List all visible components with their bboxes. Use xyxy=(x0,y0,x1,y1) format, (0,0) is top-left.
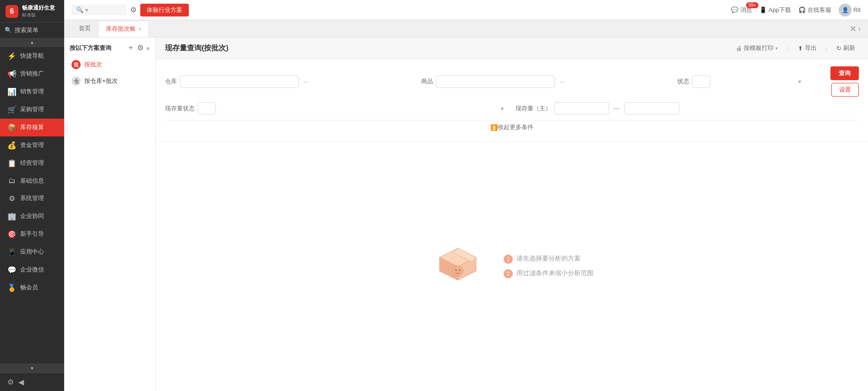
nav-icon-inventory: 📦 xyxy=(7,123,16,132)
sidebar-item-sales[interactable]: 📊 销售管理 xyxy=(0,83,64,101)
product-label: 商品 xyxy=(421,77,433,86)
message-icon: 💬 xyxy=(731,6,738,13)
refresh-button[interactable]: ↻ 刷新 xyxy=(833,42,859,54)
search-dropdown[interactable]: ▾ xyxy=(85,7,88,13)
filter-status: 状态 xyxy=(677,76,806,88)
main-area: 🔍 ▾ ⚙ 体验行业方案 💬 消息 99+ 📱 App下载 🎧 在线客服 xyxy=(64,0,868,391)
message-badge: 99+ xyxy=(746,2,758,8)
status-label: 状态 xyxy=(677,77,689,86)
scheme-settings-icon[interactable]: ⚙ xyxy=(137,43,143,52)
svg-point-5 xyxy=(455,269,457,271)
tabs-bar: 首页 库存批次账 × ✕ › xyxy=(64,20,868,38)
tab-close-icon[interactable]: × xyxy=(138,26,141,32)
stock-status-label: 现存量状态 xyxy=(165,104,195,113)
tabs-more-icon[interactable]: › xyxy=(858,25,861,33)
online-service-label: 在线客服 xyxy=(808,6,831,14)
tip-text-2: 用过滤条件来缩小分析范围 xyxy=(516,269,593,277)
online-service-button[interactable]: 🎧 在线客服 xyxy=(798,6,831,14)
sidebar-item-vip[interactable]: 🏅 畅会员 xyxy=(0,279,64,297)
settings-footer-icon[interactable]: ⚙ xyxy=(7,378,14,386)
app-download-label: App下载 xyxy=(769,6,791,14)
sidebar-search[interactable]: 🔍 搜索菜单 xyxy=(0,22,64,38)
tab-inventory-batch[interactable]: 库存批次账 × xyxy=(98,21,149,37)
sidebar-item-shortcut[interactable]: ⚡ 快捷导航 xyxy=(0,47,64,65)
search-icon-top: 🔍 xyxy=(76,6,83,13)
trial-button[interactable]: 体验行业方案 xyxy=(140,4,189,16)
sidebar-item-inventory[interactable]: 📦 库存核算 xyxy=(0,119,64,136)
service-icon: 🎧 xyxy=(798,6,806,13)
stock-qty-min-input[interactable] xyxy=(554,102,609,114)
scheme-by-batch[interactable]: 批 按批次 xyxy=(64,56,155,73)
sidebar-scroll-up[interactable]: ▲ xyxy=(0,38,64,47)
page-title: 现存量查询(按批次) xyxy=(165,43,229,53)
add-scheme-icon[interactable]: ＋ xyxy=(127,43,134,53)
sidebar-item-newbie[interactable]: 🎯 新手引导 xyxy=(0,225,64,243)
tab-home[interactable]: 首页 xyxy=(71,21,98,37)
message-button[interactable]: 💬 消息 99+ xyxy=(731,6,752,14)
warehouse-more-icon[interactable]: ··· xyxy=(302,77,311,86)
stock-status-select-wrap xyxy=(198,102,508,114)
stock-qty-max-input[interactable] xyxy=(624,102,679,114)
app-download-button[interactable]: 📱 App下载 xyxy=(759,6,791,14)
sidebar-item-marketing[interactable]: 📢 营销推广 xyxy=(0,65,64,83)
nav-label-marketing: 营销推广 xyxy=(20,70,44,78)
nav-icon-marketing: 📢 xyxy=(7,70,16,78)
product-input[interactable] xyxy=(436,76,555,88)
logo-char: 6 xyxy=(10,7,14,16)
sidebar-item-appstore[interactable]: 📱 应用中心 xyxy=(0,243,64,261)
query-button[interactable]: 查询 xyxy=(830,66,859,80)
nav-icon-shortcut: ⚡ xyxy=(7,52,16,60)
sidebar-item-operation[interactable]: 📋 经营管理 xyxy=(0,154,64,172)
scheme-batch-icon: 批 xyxy=(71,60,81,69)
sidebar-item-purchase[interactable]: 🛒 采购管理 xyxy=(0,101,64,119)
sidebar-item-system[interactable]: ⚙ 系统管理 xyxy=(0,190,64,207)
nav-label-system: 系统管理 xyxy=(20,194,44,202)
print-dropdown-icon[interactable]: ▾ xyxy=(775,46,778,51)
toggle-sidebar-icon[interactable]: ◀ xyxy=(18,378,24,386)
tabs-close-all-button[interactable]: ✕ xyxy=(850,24,857,34)
left-panel-title: 按以下方案查询 xyxy=(70,44,111,52)
search-icon: 🔍 xyxy=(5,27,12,33)
print-button[interactable]: 🖨 按模板打印 ▾ xyxy=(732,42,781,54)
warehouse-input[interactable] xyxy=(180,76,299,88)
sidebar-item-wechat[interactable]: 💬 企业微信 xyxy=(0,261,64,279)
topbar-gear-icon[interactable]: ⚙ xyxy=(130,5,137,14)
sidebar-item-enterprise[interactable]: 🏢 企业协同 xyxy=(0,207,64,225)
collapse-conditions-button[interactable]: ⏫ 收起更多条件 xyxy=(165,120,859,134)
product-more-icon[interactable]: ··· xyxy=(558,77,567,86)
collapse-left-icon[interactable]: « xyxy=(146,44,150,52)
sidebar-nav: ⚡ 快捷导航 📢 营销推广 📊 销售管理 🛒 采购管理 📦 库存核算 💰 资金管… xyxy=(0,47,64,364)
sidebar-scroll-down[interactable]: ▼ xyxy=(0,364,64,373)
user-profile[interactable]: 👤 Rit xyxy=(839,4,861,16)
export-button[interactable]: ⬆ 导出 xyxy=(794,42,820,54)
topbar-search-bar[interactable]: 🔍 ▾ xyxy=(71,5,126,15)
scheme-by-warehouse-batch[interactable]: 仓 按仓库+批次 xyxy=(64,73,155,89)
nav-label-appstore: 应用中心 xyxy=(20,248,44,256)
nav-icon-appstore: 📱 xyxy=(7,248,16,256)
tip-num-2: 2 xyxy=(504,269,513,278)
print-icon: 🖨 xyxy=(736,45,742,52)
nav-icon-operation: 📋 xyxy=(7,159,16,168)
nav-icon-enterprise: 🏢 xyxy=(7,212,16,221)
content-area: 按以下方案查询 ＋ ⚙ « 批 按批次 仓 按仓库+批次 现存量查询(按批次) xyxy=(64,38,868,391)
scheme-batch-label: 按批次 xyxy=(84,60,102,69)
nav-label-basic: 基础信息 xyxy=(20,177,44,185)
sidebar-title-block: 畅康通好生意 标准版 xyxy=(22,5,55,18)
export-icon: ⬆ xyxy=(798,45,803,52)
download-icon: 📱 xyxy=(759,6,767,13)
sidebar-item-basic[interactable]: 🗂 基础信息 xyxy=(0,172,64,190)
settings-button[interactable]: 设置 xyxy=(831,83,859,97)
right-panel: 现存量查询(按批次) 🖨 按模板打印 ▾ | ⬆ 导出 | ↻ xyxy=(156,38,868,391)
status-select[interactable] xyxy=(692,76,710,88)
stock-status-select[interactable] xyxy=(198,102,216,114)
stock-qty-label: 现存量（主） xyxy=(516,104,551,113)
empty-state: 1 请先选择要分析的方案 2 用过滤条件来缩小分析范围 xyxy=(156,142,868,391)
nav-label-operation: 经营管理 xyxy=(20,159,44,167)
sidebar-item-finance[interactable]: 💰 资金管理 xyxy=(0,136,64,154)
warehouse-label: 仓库 xyxy=(165,77,177,86)
sidebar-header: 6 畅康通好生意 标准版 xyxy=(0,0,64,22)
collapse-icon: ⏫ xyxy=(490,124,498,131)
nav-icon-purchase: 🛒 xyxy=(7,105,16,114)
separator2: | xyxy=(826,45,827,52)
page-title-bar: 现存量查询(按批次) 🖨 按模板打印 ▾ | ⬆ 导出 | ↻ xyxy=(156,38,868,59)
